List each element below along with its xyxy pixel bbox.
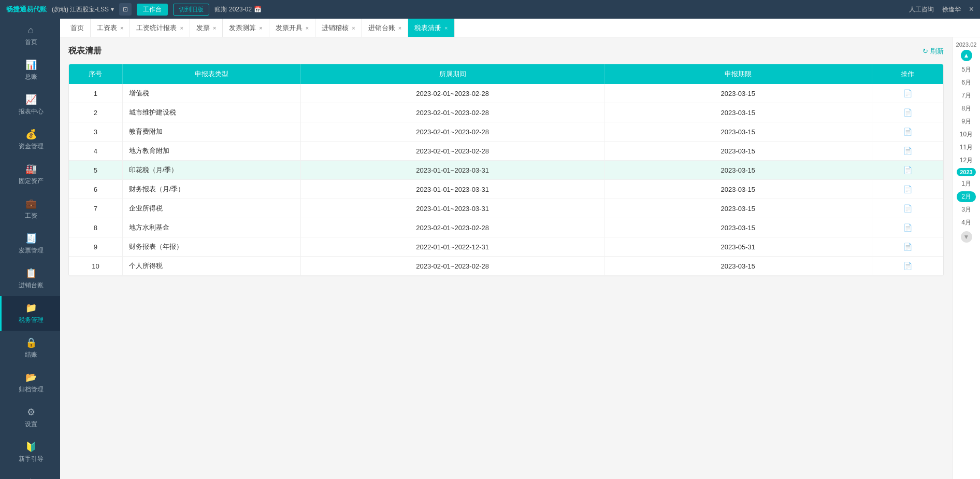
- sidebar-item-settings[interactable]: ⚙设置: [0, 400, 60, 435]
- timeline-month-2023-1月[interactable]: 1月: [957, 177, 975, 190]
- tab-item-0[interactable]: 首页: [64, 19, 91, 37]
- timeline-month-2022-10月[interactable]: 10月: [957, 128, 975, 141]
- cell-deadline-6: 2023-03-15: [604, 199, 872, 218]
- refresh-button[interactable]: ↻ 刷新: [923, 47, 944, 56]
- action-icon-9[interactable]: 📄: [903, 262, 912, 270]
- timeline-year-2023[interactable]: 2023: [957, 168, 975, 176]
- cell-action-2[interactable]: 📄: [872, 122, 943, 142]
- company-selector[interactable]: (勿动) 江西股宝-LSS ▾: [52, 5, 114, 14]
- switch-old-button[interactable]: 切到旧版: [173, 4, 209, 16]
- sidebar: ⌂首页📊总账📈报表中心💰资金管理🏭固定资产💼工资🧾发票管理📋进销台账📁税务管理🔒…: [0, 19, 60, 479]
- timeline-month-2022-12月[interactable]: 12月: [957, 154, 975, 167]
- tab-item-2[interactable]: 工资统计报表×: [130, 19, 190, 37]
- cell-action-3[interactable]: 📄: [872, 142, 943, 161]
- tab-label-7: 进销台账: [368, 23, 395, 33]
- sidebar-icon-fixed-assets: 🏭: [25, 163, 37, 175]
- tab-item-5[interactable]: 发票开具×: [269, 19, 315, 37]
- tab-close-1[interactable]: ×: [120, 25, 123, 31]
- timeline-month-2023-after-3月[interactable]: 3月: [957, 203, 975, 216]
- sidebar-label-tax-mgmt: 税务管理: [19, 316, 44, 325]
- tab-item-7[interactable]: 进销台账×: [362, 19, 408, 37]
- timeline-month-2022-7月[interactable]: 7月: [957, 89, 975, 102]
- tab-item-4[interactable]: 发票测算×: [223, 19, 269, 37]
- top-bar: 畅捷通易代账 (勿动) 江西股宝-LSS ▾ ⊡ 工作台 切到旧版 账期 202…: [0, 0, 980, 19]
- company-dropdown-icon[interactable]: ▾: [111, 6, 114, 13]
- sidebar-item-ledger[interactable]: 📊总账: [0, 53, 60, 88]
- top-bar-right: 人工咨询 徐逢华 ×: [909, 5, 974, 14]
- cell-id-3: 4: [69, 142, 122, 161]
- cell-deadline-4: 2023-03-15: [604, 161, 872, 180]
- sidebar-item-invoice-mgmt[interactable]: 🧾发票管理: [0, 227, 60, 261]
- user-info[interactable]: 徐逢华: [942, 5, 961, 14]
- tab-label-1: 工资表: [97, 23, 117, 33]
- action-icon-1[interactable]: 📄: [903, 108, 912, 117]
- timeline-month-2022-6月[interactable]: 6月: [957, 76, 975, 89]
- sidebar-label-purchase-sales: 进销台账: [19, 281, 44, 290]
- support-btn[interactable]: 人工咨询: [909, 5, 934, 14]
- cell-action-5[interactable]: 📄: [872, 180, 943, 199]
- copy-icon-btn[interactable]: ⊡: [119, 3, 132, 16]
- sidebar-item-salary[interactable]: 💼工资: [0, 192, 60, 227]
- sidebar-item-funds[interactable]: 💰资金管理: [0, 122, 60, 157]
- action-icon-5[interactable]: 📄: [903, 185, 912, 193]
- cell-type-3: 地方教育附加: [122, 142, 300, 161]
- tab-close-7[interactable]: ×: [398, 25, 401, 31]
- sidebar-item-archive[interactable]: 📂归档管理: [0, 365, 60, 400]
- sidebar-icon-archive: 📂: [25, 372, 37, 383]
- sidebar-item-home[interactable]: ⌂首页: [0, 19, 60, 53]
- sidebar-item-tax-mgmt[interactable]: 📁税务管理: [0, 296, 60, 331]
- timeline-active-month[interactable]: 2月: [957, 191, 975, 202]
- action-icon-2[interactable]: 📄: [903, 128, 912, 136]
- action-icon-3[interactable]: 📄: [903, 147, 912, 155]
- cell-action-0[interactable]: 📄: [872, 84, 943, 103]
- timeline-month-2023-after-4月[interactable]: 4月: [957, 216, 975, 229]
- timeline-month-2022-11月[interactable]: 11月: [957, 141, 975, 154]
- col-header-0: 序号: [69, 64, 122, 84]
- cell-deadline-2: 2023-03-15: [604, 122, 872, 142]
- sidebar-item-close[interactable]: 🔒结账: [0, 331, 60, 365]
- cell-type-4: 印花税（月/季）: [122, 161, 300, 180]
- calendar-icon[interactable]: 📅: [254, 6, 262, 13]
- action-icon-8[interactable]: 📄: [903, 243, 912, 251]
- sidebar-item-report[interactable]: 📈报表中心: [0, 88, 60, 122]
- cell-action-6[interactable]: 📄: [872, 199, 943, 218]
- sidebar-item-member[interactable]: ✦畅会员: [0, 470, 60, 479]
- tab-item-6[interactable]: 进销稽核×: [315, 19, 362, 37]
- cell-period-2: 2023-02-01~2023-02-28: [301, 122, 604, 142]
- tab-item-3[interactable]: 发票×: [190, 19, 223, 37]
- cell-period-0: 2023-02-01~2023-02-28: [301, 84, 604, 103]
- cell-action-7[interactable]: 📄: [872, 218, 943, 237]
- cell-deadline-5: 2023-03-15: [604, 180, 872, 199]
- table-row: 2 城市维护建设税 2023-02-01~2023-02-28 2023-03-…: [69, 103, 943, 122]
- tab-close-2[interactable]: ×: [180, 25, 183, 31]
- timeline-up-button[interactable]: ▲: [961, 50, 972, 61]
- table-row: 3 教育费附加 2023-02-01~2023-02-28 2023-03-15…: [69, 122, 943, 142]
- timeline-month-2022-9月[interactable]: 9月: [957, 115, 975, 128]
- timeline-month-2022-5月[interactable]: 5月: [957, 63, 975, 76]
- tab-close-3[interactable]: ×: [213, 25, 216, 31]
- workbench-button[interactable]: 工作台: [137, 4, 168, 16]
- action-icon-7[interactable]: 📄: [903, 223, 912, 232]
- action-icon-0[interactable]: 📄: [903, 89, 912, 97]
- cell-action-9[interactable]: 📄: [872, 257, 943, 276]
- cell-period-5: 2023-01-01~2023-03-31: [301, 180, 604, 199]
- close-btn[interactable]: ×: [969, 5, 974, 14]
- cell-action-1[interactable]: 📄: [872, 103, 943, 122]
- tab-close-5[interactable]: ×: [306, 25, 309, 31]
- tab-label-8: 税表清册: [414, 23, 441, 33]
- timeline-month-2022-8月[interactable]: 8月: [957, 102, 975, 115]
- tab-item-8[interactable]: 税表清册×: [408, 19, 454, 37]
- sidebar-item-guide[interactable]: 🔰新手引导: [0, 435, 60, 470]
- cell-action-8[interactable]: 📄: [872, 237, 943, 257]
- cell-action-4[interactable]: 📄: [872, 161, 943, 180]
- tab-close-6[interactable]: ×: [352, 25, 355, 31]
- action-icon-6[interactable]: 📄: [903, 204, 912, 213]
- refresh-icon: ↻: [923, 47, 928, 55]
- tab-close-4[interactable]: ×: [259, 25, 262, 31]
- sidebar-item-fixed-assets[interactable]: 🏭固定资产: [0, 157, 60, 192]
- sidebar-item-purchase-sales[interactable]: 📋进销台账: [0, 261, 60, 296]
- tab-item-1[interactable]: 工资表×: [91, 19, 130, 37]
- action-icon-4[interactable]: 📄: [903, 166, 912, 174]
- timeline-down-button[interactable]: ▼: [961, 231, 972, 243]
- tab-close-8[interactable]: ×: [444, 25, 448, 31]
